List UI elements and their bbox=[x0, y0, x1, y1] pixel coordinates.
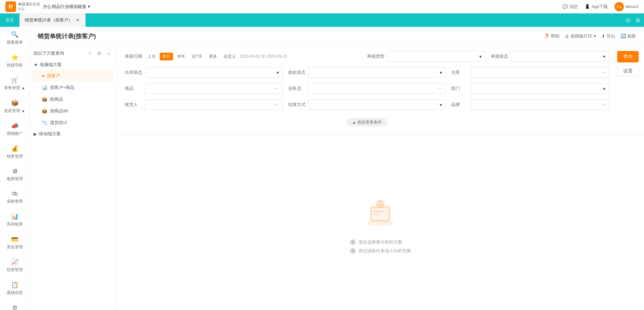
print-icon: 🖨 bbox=[565, 34, 569, 39]
empty-hint-1-text: 请先选择要分析的方案 bbox=[359, 239, 402, 245]
tab-sales-stats-label: 销货单统计表（按客户） bbox=[25, 17, 73, 23]
status-select[interactable]: ▾ bbox=[511, 51, 609, 62]
system-icon: ⚙ bbox=[3, 304, 26, 310]
goods-dots-icon[interactable]: ··· bbox=[274, 86, 279, 92]
message-btn[interactable]: 💬 消息 bbox=[562, 4, 578, 10]
type-chevron-icon: ▾ bbox=[479, 54, 482, 59]
date-tab-custom[interactable]: 自定义 bbox=[221, 52, 238, 61]
scheme-item-by-goods-99[interactable]: 📦 按商品99 bbox=[32, 105, 114, 117]
sidebar-item-system[interactable]: ⚙ 系统管理 bbox=[0, 300, 29, 310]
sidebar-item-ecommerce[interactable]: 🖥 电商管理 bbox=[0, 164, 29, 186]
date-tab-this-year[interactable]: 本年 bbox=[174, 52, 188, 61]
sidebar-item-basic-info-label: 基础信息 bbox=[3, 290, 26, 296]
out-status-select[interactable]: ▾ bbox=[145, 67, 283, 78]
print-btn[interactable]: 🖨 按模板打印 bbox=[565, 33, 596, 39]
account-dropdown[interactable]: 办公用品行业模拟账套 bbox=[43, 4, 90, 10]
page-actions: ❓ 帮助 🖨 按模板打印 ⬇ 导出 🔄 刷新 bbox=[544, 33, 636, 39]
salesman-select[interactable]: ··· bbox=[308, 83, 446, 94]
scheme-group-mobile-title[interactable]: ▶ 移动端方案 bbox=[30, 129, 116, 139]
sidebar-item-inventory[interactable]: 📊 库存核算 bbox=[0, 209, 29, 231]
scheme-settings-btn[interactable]: ⚙ bbox=[96, 50, 103, 57]
settlement-select[interactable]: ▾ bbox=[308, 99, 446, 110]
query-button[interactable]: 查询 bbox=[617, 51, 639, 62]
help-label: 帮助 bbox=[551, 33, 559, 39]
receiver-dots-icon[interactable]: ··· bbox=[274, 102, 279, 108]
tab-home[interactable]: 首页 bbox=[0, 13, 19, 27]
out-status-chevron-icon: ▾ bbox=[277, 70, 279, 75]
collapse-btn[interactable]: ▲ 收起更多条件 bbox=[347, 118, 387, 126]
topbar-right: 💬 消息 📱 App下载 Ea demo2 bbox=[562, 2, 639, 11]
tab-close-icon[interactable]: ✕ bbox=[75, 17, 80, 23]
sidebar-item-sales[interactable]: 💰 销售管理 bbox=[0, 141, 29, 164]
sidebar-item-purchase[interactable]: 🛍 采购管理 bbox=[0, 186, 29, 209]
scheme-item-by-customer-goods[interactable]: 📊 按客户+商品 bbox=[32, 82, 114, 93]
app-download-btn[interactable]: 📱 App下载 bbox=[585, 4, 608, 10]
scheme-item-return-stats[interactable]: 📉 退货统计 bbox=[32, 117, 114, 128]
svg-point-7 bbox=[381, 202, 383, 204]
scheme-group-desktop-title[interactable]: ▼ 电脑端方案 bbox=[30, 60, 116, 70]
sidebar-item-search-menu[interactable]: 🔍 搜索菜单 bbox=[0, 27, 29, 50]
content-area: 销货单统计表(按客户) ❓ 帮助 🖨 按模板打印 ⬇ 导出 🔄 刷新 bbox=[30, 27, 644, 310]
warehouse-select[interactable]: ··· bbox=[471, 67, 609, 78]
brand-label: 品牌 bbox=[451, 102, 468, 108]
sidebar-item-finance[interactable]: 💳 资金管理 bbox=[0, 231, 29, 254]
filter-status-item: 单据状态 ▾ bbox=[491, 51, 609, 62]
brand-select[interactable]: ··· bbox=[471, 99, 609, 110]
settings-button[interactable]: 设置 bbox=[617, 65, 639, 76]
tab-maximize-icon[interactable]: ⊞ bbox=[634, 16, 641, 25]
by-customer-goods-label: 按客户+商品 bbox=[50, 85, 74, 91]
tab-sales-stats[interactable]: 销货单统计表（按客户） ✕ bbox=[19, 13, 86, 27]
refresh-btn[interactable]: 🔄 刷新 bbox=[621, 33, 636, 39]
filter-row-4: 收货人 ··· 结算方式 ▾ bbox=[125, 99, 609, 110]
collect-status-select[interactable]: ▾ bbox=[308, 67, 446, 78]
receiver-select[interactable]: ··· bbox=[144, 99, 283, 110]
filter-container: 按以下方案查询 ＋ ⚙ « ▼ 电脑端方案 ● 按客户 bbox=[30, 46, 644, 310]
scheme-add-btn[interactable]: ＋ bbox=[86, 50, 94, 57]
filter-row-3: 商品 ··· 业务员 ··· bbox=[125, 83, 609, 94]
sidebar-item-retail[interactable]: 🛒 零售管理 ▲ bbox=[0, 72, 29, 95]
scheme-item-by-goods[interactable]: 📦 按商品 bbox=[32, 94, 114, 105]
date-tab-more[interactable]: 更多 bbox=[206, 52, 220, 61]
sidebar: 🔍 搜索菜单 ⭐ 快捷导航 🛒 零售管理 ▲ 📦 批发管理 ▲ 📣 营销推广 💰… bbox=[0, 27, 30, 310]
scheme-panel: 按以下方案查询 ＋ ⚙ « ▼ 电脑端方案 ● 按客户 bbox=[30, 46, 117, 310]
collapse-label: 收起更多条件 bbox=[358, 119, 382, 125]
filter-date-item: 单据日期 上月 本月 本年 近7天 更多 自定义 2023-03-01 至 20… bbox=[125, 52, 362, 61]
sidebar-item-wholesale[interactable]: 📦 批发管理 ▲ bbox=[0, 95, 29, 118]
action-area: 查询 设置 bbox=[617, 46, 644, 135]
empty-hint-2: ② 用过滤条件来缩小分析范围 bbox=[350, 248, 411, 254]
type-select[interactable]: ▾ bbox=[387, 51, 485, 62]
date-tab-last-month[interactable]: 上月 bbox=[145, 52, 158, 61]
date-tab-this-month[interactable]: 本月 bbox=[160, 53, 173, 60]
help-btn[interactable]: ❓ 帮助 bbox=[544, 33, 559, 39]
filter-type-item: 单据类型 ▾ bbox=[367, 51, 485, 62]
goods-select[interactable]: ··· bbox=[144, 83, 283, 94]
svg-point-5 bbox=[376, 200, 384, 208]
sidebar-item-basic-info[interactable]: 📋 基础信息 bbox=[0, 277, 29, 300]
sidebar-item-quick-nav[interactable]: ⭐ 快捷导航 bbox=[0, 50, 29, 72]
export-btn[interactable]: ⬇ 导出 bbox=[601, 33, 615, 39]
svg-rect-4 bbox=[374, 214, 380, 215]
scheme-group-desktop-chevron-icon: ▼ bbox=[34, 62, 38, 67]
scheme-panel-title: 按以下方案查询 bbox=[34, 50, 64, 56]
sales-icon: 💰 bbox=[3, 145, 26, 152]
sidebar-item-operations[interactable]: 📈 经营管理 bbox=[0, 254, 29, 277]
date-tab-last-7-days[interactable]: 近7天 bbox=[189, 52, 205, 61]
collapse-up-icon: ▲ bbox=[352, 120, 356, 125]
user-profile[interactable]: Ea demo2 bbox=[614, 2, 639, 11]
brand-dots-icon[interactable]: ··· bbox=[601, 102, 605, 108]
salesman-dots-icon[interactable]: ··· bbox=[438, 86, 442, 92]
tab-minimize-icon[interactable]: ⊟ bbox=[625, 16, 632, 25]
basic-info-icon: 📋 bbox=[3, 281, 26, 289]
scheme-item-by-customer[interactable]: ● 按客户 bbox=[32, 70, 114, 82]
type-label: 单据类型 bbox=[367, 53, 384, 59]
sidebar-item-marketing[interactable]: 📣 营销推广 bbox=[0, 118, 29, 141]
filter-department-item: 部门 ▾ bbox=[451, 83, 609, 94]
scheme-collapse-btn[interactable]: « bbox=[105, 50, 112, 57]
purchase-icon: 🛍 bbox=[3, 190, 26, 197]
avatar: Ea bbox=[614, 2, 624, 11]
warehouse-dots-icon[interactable]: ··· bbox=[601, 69, 605, 75]
filter-and-buttons: 单据日期 上月 本月 本年 近7天 更多 自定义 2023-03-01 至 20… bbox=[117, 46, 644, 135]
department-select[interactable]: ▾ bbox=[471, 83, 609, 94]
logo-subtitle: 标版 bbox=[18, 7, 40, 11]
filter-salesman-item: 业务员 ··· bbox=[288, 83, 446, 94]
